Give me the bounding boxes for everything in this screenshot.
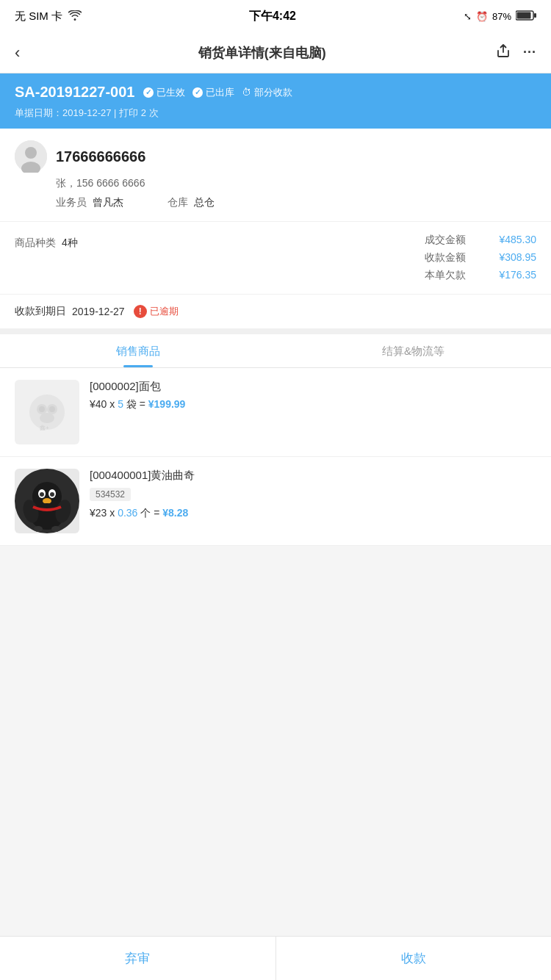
product-info-2: [000400001]黄油曲奇 534532 ¥23 x 0.36 个 = ¥8… — [90, 469, 536, 520]
quantity-2: 0.36 — [118, 507, 137, 519]
total-1: ¥199.99 — [148, 398, 186, 410]
tab-settlement[interactable]: 结算&物流等 — [276, 334, 551, 367]
overdue-badge: ! 已逾期 — [134, 305, 179, 318]
svg-rect-1 — [516, 12, 530, 18]
battery-level: 87% — [492, 11, 511, 22]
bottom-bar: 弃审 收款 — [0, 936, 551, 980]
customer-staff: 业务员 曾凡杰 仓库 总仓 — [15, 196, 536, 209]
more-icon[interactable]: ··· — [523, 45, 536, 60]
quantity-1: 5 — [118, 398, 123, 410]
check-icon-activated: ✓ — [143, 87, 154, 98]
bottom-spacer — [0, 546, 551, 605]
status-shipped: ✓ 已出库 — [192, 86, 234, 99]
meta-print-count: 2 — [141, 107, 146, 118]
svg-point-19 — [43, 498, 51, 504]
svg-rect-2 — [534, 13, 536, 18]
staff-item: 业务员 曾凡杰 — [56, 196, 123, 209]
collect-button[interactable]: 收款 — [276, 937, 552, 980]
clock-icon: ⏱ — [242, 87, 251, 98]
page-title: 销货单详情(来自电脑) — [29, 44, 495, 62]
products-section: 鑫+ [0000002]面包 ¥40 x 5 袋 = ¥199.99 — [0, 368, 551, 546]
svg-point-10 — [49, 406, 55, 412]
product-thumbnail-1: 鑫+ — [15, 380, 79, 444]
price-unit-2: ¥23 — [90, 507, 107, 519]
svg-text:鑫+: 鑫+ — [40, 425, 49, 431]
staff-name: 曾凡杰 — [93, 196, 123, 209]
status-right: ⤡ ⏰ 87% — [464, 10, 536, 23]
status-time: 下午4:42 — [249, 9, 296, 24]
reject-button[interactable]: 弃审 — [0, 937, 276, 980]
product-price-1: ¥40 x 5 袋 = ¥199.99 — [90, 398, 536, 411]
overdue-text: 已逾期 — [150, 305, 179, 318]
goods-type: 商品种类 4种 — [15, 234, 78, 250]
unit-1: 袋 — [126, 398, 137, 410]
warehouse-label: 仓库 — [168, 196, 188, 209]
goods-count: 4种 — [62, 237, 78, 250]
owed-value: ¥176.35 — [478, 269, 536, 282]
amounts-right: 成交金额 ¥485.30 收款金额 ¥308.95 本单欠款 ¥176.35 — [425, 234, 536, 282]
status-activated-label: 已生效 — [156, 86, 185, 99]
status-activated: ✓ 已生效 — [143, 86, 185, 99]
status-bar: 无 SIM 卡 下午4:42 ⤡ ⏰ 87% — [0, 0, 551, 32]
status-partial: ⏱ 部分收款 — [242, 86, 292, 99]
svg-point-9 — [39, 406, 45, 412]
sim-status: 无 SIM 卡 — [15, 10, 62, 24]
meta-print-unit: 次 — [146, 107, 159, 118]
share-icon[interactable] — [495, 43, 511, 62]
product-sku-2: 534532 — [90, 488, 131, 501]
tab-products[interactable]: 销售商品 — [0, 334, 276, 367]
warehouse-item: 仓库 总仓 — [168, 196, 215, 209]
svg-point-18 — [50, 492, 54, 497]
svg-point-23 — [34, 526, 43, 532]
order-header: SA-20191227-001 ✓ 已生效 ✓ 已出库 ⏱ 部分收款 单据日期：… — [0, 73, 551, 129]
due-section: 收款到期日 2019-12-27 ! 已逾期 — [0, 295, 551, 334]
deal-label: 成交金额 — [425, 234, 466, 247]
price-unit-1: ¥40 — [90, 398, 107, 410]
check-icon-shipped: ✓ — [192, 87, 203, 98]
deal-value: ¥485.30 — [478, 234, 536, 247]
nav-bar: ‹ 销货单详情(来自电脑) ··· — [0, 32, 551, 73]
status-shipped-label: 已出库 — [206, 86, 234, 99]
customer-phone: 17666666666 — [56, 148, 145, 165]
svg-point-17 — [40, 492, 44, 497]
location-icon: ⤡ — [464, 11, 472, 22]
customer-info: 张，156 6666 6666 — [15, 177, 536, 190]
warehouse-name: 总仓 — [194, 196, 215, 209]
meta-date-label: 单据日期： — [15, 107, 62, 118]
svg-point-4 — [25, 147, 37, 159]
product-name-1: [0000002]面包 — [90, 380, 536, 394]
overdue-dot: ! — [134, 305, 147, 318]
due-date: 2019-12-27 — [72, 306, 125, 317]
nav-actions: ··· — [495, 43, 536, 62]
back-button[interactable]: ‹ — [15, 37, 29, 68]
order-id: SA-20191227-001 — [15, 84, 134, 101]
meta-separator: | — [112, 107, 120, 118]
amount-row-owed: 本单欠款 ¥176.35 — [425, 269, 536, 282]
received-label: 收款金额 — [425, 251, 466, 264]
status-left: 无 SIM 卡 — [15, 10, 82, 24]
due-label: 收款到期日 — [15, 305, 66, 318]
staff-label: 业务员 — [56, 196, 87, 209]
product-item-2: [000400001]黄油曲奇 534532 ¥23 x 0.36 个 = ¥8… — [0, 457, 551, 546]
product-item: 鑫+ [0000002]面包 ¥40 x 5 袋 = ¥199.99 — [0, 368, 551, 457]
status-tags: ✓ 已生效 ✓ 已出库 ⏱ 部分收款 — [143, 86, 292, 99]
svg-point-24 — [51, 526, 60, 532]
unit-2: 个 — [140, 507, 151, 519]
product-name-2: [000400001]黄油曲奇 — [90, 469, 536, 483]
meta-date-value: 2019-12-27 — [62, 107, 112, 118]
amounts-section: 商品种类 4种 成交金额 ¥485.30 收款金额 ¥308.95 本单欠款 ¥… — [0, 222, 551, 295]
alarm-icon: ⏰ — [476, 11, 488, 22]
tabs-bar: 销售商品 结算&物流等 — [0, 334, 551, 368]
received-value: ¥308.95 — [478, 251, 536, 264]
svg-point-11 — [40, 413, 54, 423]
meta-print-label: 打印 — [119, 107, 141, 118]
owed-label: 本单欠款 — [425, 269, 466, 282]
battery-icon — [516, 10, 536, 23]
goods-type-label: 商品种类 — [15, 237, 56, 250]
status-partial-label: 部分收款 — [254, 86, 292, 99]
total-2: ¥8.28 — [162, 507, 188, 519]
product-price-2: ¥23 x 0.36 个 = ¥8.28 — [90, 507, 536, 520]
customer-section: 17666666666 张，156 6666 6666 业务员 曾凡杰 仓库 总… — [0, 129, 551, 222]
avatar — [15, 140, 47, 173]
product-thumbnail-2 — [15, 469, 79, 533]
